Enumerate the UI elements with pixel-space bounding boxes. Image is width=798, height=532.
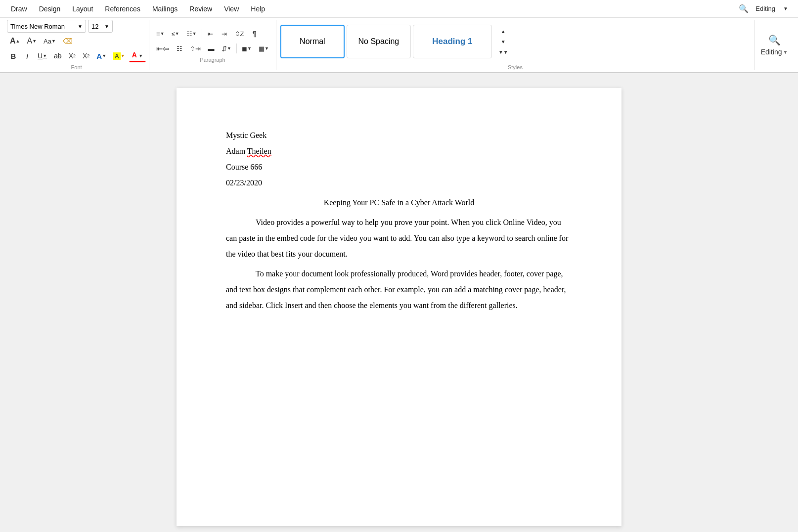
font-family-arrow: ▼ [78, 24, 83, 29]
menu-bar: Draw Design Layout References Mailings R… [0, 0, 798, 18]
menu-view[interactable]: View [219, 3, 244, 15]
italic-button[interactable]: I [21, 49, 34, 62]
document-area: Mystic Geek Adam Theilen Course 666 02/2… [0, 73, 798, 532]
styles-group-label: Styles [280, 64, 750, 70]
menu-design[interactable]: Design [34, 3, 66, 15]
highlight-color-button[interactable]: A ▼ [110, 49, 128, 62]
strikethrough-button[interactable]: ab [51, 49, 65, 62]
font-size-increase-btn[interactable]: A▲ [7, 35, 23, 47]
menu-draw[interactable]: Draw [6, 3, 32, 15]
search-button[interactable]: 🔍 [736, 2, 752, 15]
borders-btn[interactable]: ▦ ▼ [256, 42, 272, 55]
editing-toolbar-label[interactable]: Editing ▼ [761, 48, 788, 56]
increase-indent-btn[interactable]: ⇥ [218, 27, 231, 40]
unordered-list-btn[interactable]: ≡ ▼ [153, 27, 168, 40]
multilevel-list-btn[interactable]: ☷ ▼ [183, 27, 200, 40]
editing-dropdown[interactable]: ▼ [779, 2, 792, 15]
menu-mailings[interactable]: Mailings [147, 3, 182, 15]
author-line: Mystic Geek [226, 128, 572, 143]
shading-btn[interactable]: ◼ ▼ [239, 42, 255, 55]
font-family-selector[interactable]: Times New Roman ▼ [7, 20, 86, 33]
ordered-list-btn[interactable]: ≤ ▼ [169, 27, 182, 40]
style-normal-label: Normal [300, 37, 325, 46]
subscript-button[interactable]: X2 [66, 49, 79, 62]
date-line: 02/23/2020 [226, 175, 572, 191]
align-center-btn[interactable]: ☷ [173, 42, 186, 55]
align-right-btn[interactable]: ⇧⇥ [187, 42, 204, 55]
styles-scroll-up[interactable]: ▲ [496, 27, 511, 36]
menu-references[interactable]: References [100, 3, 145, 15]
line-spacing-btn[interactable]: ⇵ ▼ [219, 42, 234, 55]
underline-button[interactable]: U ▼ [35, 49, 50, 62]
menu-review[interactable]: Review [184, 3, 217, 15]
paragraph-group-label: Paragraph [153, 57, 272, 63]
show-formatting-btn[interactable]: ¶ [248, 27, 261, 40]
styles-scroll: ▲ ▼ ▼▼ [496, 27, 511, 56]
superscript-button[interactable]: X2 [80, 49, 92, 62]
paragraph-1: Video provides a powerful way to help yo… [226, 215, 572, 262]
name-spellcheck: Theilen [247, 147, 271, 155]
text-color-red-button[interactable]: A ▼ [129, 49, 146, 62]
style-normal[interactable]: Normal [280, 25, 345, 58]
ribbon: Draw Design Layout References Mailings R… [0, 0, 798, 73]
title-line: Keeping Your PC Safe in a Cyber Attack W… [226, 195, 572, 211]
font-group-label: Font [7, 64, 146, 70]
page[interactable]: Mystic Geek Adam Theilen Course 666 02/2… [177, 88, 621, 526]
name-line: Adam Theilen [226, 143, 572, 159]
change-case-btn[interactable]: Aa ▼ [41, 35, 59, 47]
style-heading1[interactable]: Heading 1 [413, 25, 492, 58]
clear-formatting-btn[interactable]: ⌫ [60, 35, 76, 47]
font-size-decrease-btn[interactable]: A▼ [24, 35, 40, 47]
justify-btn[interactable]: ▬ [205, 42, 218, 55]
font-size-selector[interactable]: 12 ▼ [88, 20, 113, 33]
bold-button[interactable]: B [7, 49, 20, 62]
font-color-button[interactable]: A ▼ [93, 49, 109, 62]
course-line: Course 666 [226, 159, 572, 175]
style-no-spacing[interactable]: No Spacing [347, 25, 411, 58]
style-heading1-label: Heading 1 [432, 37, 472, 46]
font-size-value: 12 [91, 23, 104, 30]
sort-btn[interactable]: ⇕Z [232, 27, 247, 40]
styles-expand[interactable]: ▼▼ [496, 47, 511, 56]
editing-label[interactable]: Editing [755, 5, 775, 12]
menu-help[interactable]: Help [246, 3, 270, 15]
align-left-btn[interactable]: ⇤⇦ [153, 42, 172, 55]
style-no-spacing-label: No Spacing [358, 37, 399, 46]
paragraph-2: To make your document look professionall… [226, 266, 572, 313]
styles-scroll-down[interactable]: ▼ [496, 37, 511, 46]
decrease-indent-btn[interactable]: ⇤ [204, 27, 217, 40]
font-family-value: Times New Roman [10, 23, 78, 30]
menu-layout[interactable]: Layout [67, 3, 98, 15]
